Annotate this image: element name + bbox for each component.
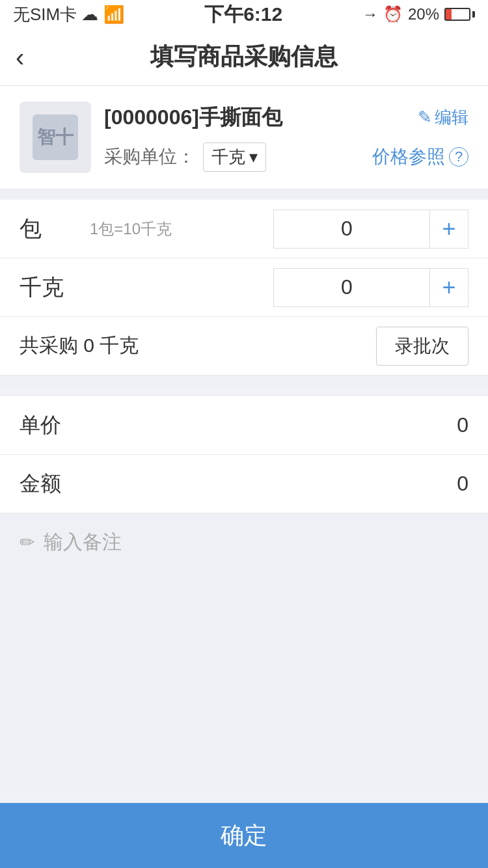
back-button[interactable]: ‹: [16, 44, 24, 70]
kg-input-row: 千克 +: [0, 258, 488, 317]
unit-select[interactable]: 千克 ▾: [203, 142, 266, 172]
edit-button[interactable]: ✎ 编辑: [418, 106, 468, 129]
bag-sublabel: 1包=10千克: [90, 219, 273, 239]
unit-price-label: 单价: [20, 411, 61, 440]
record-batch-button[interactable]: 录批次: [376, 327, 468, 366]
amount-row: 金额 0: [0, 455, 488, 513]
bottom-space: [0, 631, 488, 793]
unit-price-value: 0: [457, 413, 468, 437]
location-icon: →: [362, 5, 378, 23]
bag-input[interactable]: [273, 210, 429, 249]
info-section: 单价 0 金额 0: [0, 396, 488, 513]
unit-row: 采购单位： 千克 ▾ 价格参照 ?: [104, 142, 468, 172]
wifi-icon: 📶: [103, 5, 124, 25]
product-image: 智十: [20, 102, 91, 173]
unit-label: 采购单位：: [104, 144, 195, 169]
kg-input[interactable]: [273, 268, 429, 307]
sim-status: 无SIM卡 ☁: [13, 3, 98, 26]
confirm-button[interactable]: 确定: [221, 820, 267, 852]
status-left: 无SIM卡 ☁ 📶: [13, 3, 124, 26]
unit-value: 千克: [211, 146, 245, 169]
remark-section[interactable]: ✏ 输入备注: [0, 513, 488, 631]
bag-label: 包: [20, 214, 85, 244]
remark-input[interactable]: ✏ 输入备注: [20, 529, 468, 556]
status-right: → ⏰ 20%: [362, 5, 475, 23]
divider-1: [0, 189, 488, 200]
product-name: [0000006]手撕面包: [104, 103, 282, 132]
help-icon: ?: [449, 147, 468, 167]
status-time: 下午6:12: [204, 1, 282, 28]
total-row: 共采购 0 千克 录批次: [0, 317, 488, 375]
edit-icon: ✎: [418, 107, 432, 128]
chevron-down-icon: ▾: [249, 147, 258, 167]
page-title: 填写商品采购信息: [150, 41, 338, 73]
content: 智十 [0000006]手撕面包 ✎ 编辑 采购单位： 千克 ▾: [0, 86, 488, 793]
edit-label: 编辑: [435, 106, 468, 129]
price-ref-button[interactable]: 价格参照 ?: [372, 144, 468, 169]
confirm-bar[interactable]: 确定: [0, 803, 488, 868]
bag-plus-button[interactable]: +: [429, 210, 468, 249]
product-name-row: [0000006]手撕面包 ✎ 编辑: [104, 103, 468, 132]
product-logo: 智十: [33, 115, 78, 160]
kg-label: 千克: [20, 273, 85, 303]
unit-price-row: 单价 0: [0, 396, 488, 455]
kg-input-wrap: +: [273, 268, 468, 307]
total-text: 共采购 0 千克: [20, 332, 376, 359]
remark-placeholder: 输入备注: [44, 529, 122, 556]
battery-percent: 20%: [408, 5, 439, 23]
divider-2: [0, 375, 488, 386]
bag-input-row: 包 1包=10千克 +: [0, 200, 488, 258]
amount-label: 金额: [20, 470, 61, 498]
status-bar: 无SIM卡 ☁ 📶 下午6:12 → ⏰ 20%: [0, 0, 488, 29]
input-section: 包 1包=10千克 + 千克 + 共采购 0 千克 录批次: [0, 200, 488, 375]
pencil-icon: ✏: [20, 532, 34, 553]
battery-indicator: [444, 8, 475, 21]
product-card: 智十 [0000006]手撕面包 ✎ 编辑 采购单位： 千克 ▾: [0, 86, 488, 189]
amount-value: 0: [457, 472, 468, 496]
nav-bar: ‹ 填写商品采购信息: [0, 29, 488, 86]
alarm-icon: ⏰: [383, 5, 403, 23]
product-info: [0000006]手撕面包 ✎ 编辑 采购单位： 千克 ▾ 价格参照 ?: [104, 103, 468, 172]
bag-input-wrap: +: [273, 210, 468, 249]
kg-plus-button[interactable]: +: [429, 268, 468, 307]
price-ref-label: 价格参照: [372, 144, 445, 169]
